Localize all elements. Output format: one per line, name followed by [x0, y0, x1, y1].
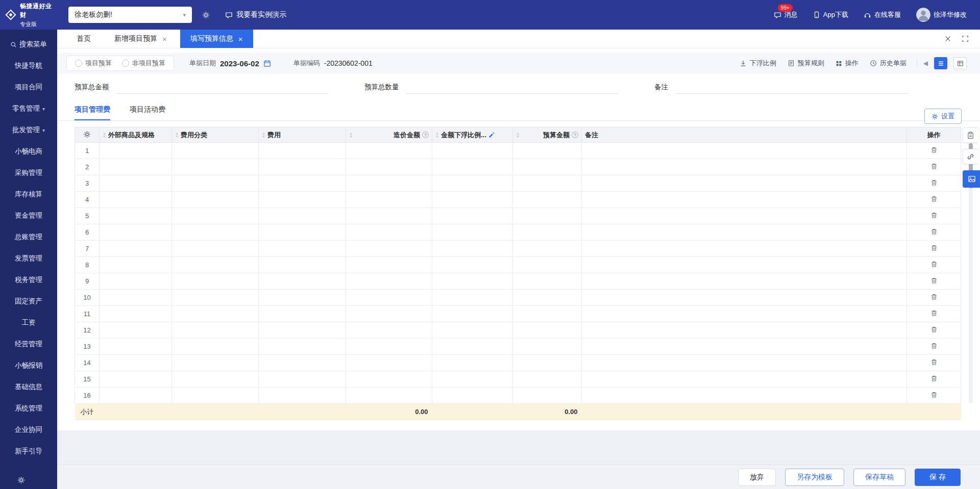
- fullscreen-icon[interactable]: [962, 35, 969, 42]
- grid-cell[interactable]: [259, 273, 346, 290]
- grid-cell[interactable]: [513, 224, 582, 241]
- grid-cell[interactable]: [172, 159, 259, 175]
- sidebar-item-15[interactable]: 小畅报销: [0, 355, 57, 376]
- grid-cell[interactable]: [100, 257, 172, 273]
- grid-cell[interactable]: [513, 192, 582, 208]
- sidebar-item-11[interactable]: 税务管理: [0, 269, 57, 291]
- grid-cell[interactable]: [582, 192, 907, 208]
- grid-cell[interactable]: [172, 224, 259, 241]
- delete-row-icon[interactable]: [930, 212, 938, 219]
- grid-cell[interactable]: [172, 257, 259, 273]
- sidebar-item-17[interactable]: 系统管理: [0, 398, 57, 419]
- grid-cell[interactable]: [259, 175, 346, 192]
- sidebar-item-0[interactable]: 搜索菜单: [0, 34, 57, 55]
- grid-cell[interactable]: [100, 224, 172, 241]
- date-value[interactable]: 2023-06-02: [220, 59, 259, 68]
- grid-cell[interactable]: [100, 355, 172, 371]
- delete-row-icon[interactable]: [930, 277, 938, 284]
- toolbar-action-3[interactable]: 历史单据: [870, 59, 906, 68]
- sidebar-item-1[interactable]: 快捷导航: [0, 55, 57, 76]
- grid-cell[interactable]: [582, 257, 907, 273]
- grid-cell[interactable]: [346, 192, 432, 208]
- grid-cell[interactable]: [172, 339, 259, 355]
- delete-row-icon[interactable]: [930, 310, 938, 317]
- grid-cell[interactable]: [582, 306, 907, 322]
- footer-button-0[interactable]: 放弃: [738, 469, 776, 486]
- grid-cell[interactable]: [346, 208, 432, 224]
- grid-cell[interactable]: [582, 224, 907, 241]
- grid-cell[interactable]: [432, 257, 513, 273]
- sort-icon[interactable]: ▲▼: [349, 132, 353, 138]
- grid-cell[interactable]: [432, 192, 513, 208]
- sidebar-item-7[interactable]: 库存核算: [0, 184, 57, 205]
- code-value[interactable]: -20230602-001: [324, 59, 373, 67]
- info-icon[interactable]: ?: [422, 132, 429, 138]
- grid-cell[interactable]: [582, 355, 907, 371]
- grid-cell[interactable]: [259, 290, 346, 306]
- grid-cell[interactable]: [513, 175, 582, 192]
- sidebar-item-13[interactable]: 工资: [0, 312, 57, 333]
- grid-cell[interactable]: [582, 208, 907, 224]
- grid-cell[interactable]: [432, 306, 513, 322]
- field-input-0[interactable]: [116, 81, 329, 94]
- grid-cell[interactable]: [513, 143, 582, 159]
- delete-row-icon[interactable]: [930, 228, 938, 235]
- grid-cell[interactable]: [100, 339, 172, 355]
- grid-cell[interactable]: [432, 273, 513, 290]
- grid-cell[interactable]: [172, 192, 259, 208]
- grid-cell[interactable]: [432, 371, 513, 388]
- grid-cell[interactable]: [513, 306, 582, 322]
- delete-row-icon[interactable]: [930, 326, 938, 333]
- grid-cell[interactable]: [346, 257, 432, 273]
- grid-cell[interactable]: [100, 159, 172, 175]
- grid-cell[interactable]: [100, 175, 172, 192]
- sidebar-settings-gear-icon[interactable]: [17, 476, 25, 484]
- grid-cell[interactable]: [346, 143, 432, 159]
- grid-cell[interactable]: [172, 208, 259, 224]
- grid-cell[interactable]: [582, 175, 907, 192]
- sort-icon[interactable]: ▲▼: [516, 132, 520, 138]
- footer-button-1[interactable]: 另存为模板: [785, 469, 844, 486]
- grid-cell[interactable]: [432, 143, 513, 159]
- grid-cell[interactable]: [172, 175, 259, 192]
- grid-cell[interactable]: [582, 339, 907, 355]
- delete-row-icon[interactable]: [930, 195, 938, 202]
- grid-cell[interactable]: [513, 290, 582, 306]
- grid-cell[interactable]: [100, 322, 172, 339]
- edit-pencil-icon[interactable]: [488, 132, 495, 138]
- demo-link[interactable]: 我要看实例演示: [225, 10, 286, 19]
- tab-1[interactable]: 新增项目预算×: [104, 30, 177, 48]
- grid-cell[interactable]: [346, 322, 432, 339]
- tab-2[interactable]: 填写预算信息×: [180, 30, 253, 48]
- grid-cell[interactable]: [172, 306, 259, 322]
- grid-cell[interactable]: [582, 159, 907, 175]
- grid-cell[interactable]: [100, 306, 172, 322]
- grid-cell[interactable]: [582, 143, 907, 159]
- sidebar-item-8[interactable]: 资金管理: [0, 205, 57, 226]
- footer-button-3[interactable]: 保 存: [915, 469, 961, 486]
- grid-cell[interactable]: [432, 241, 513, 257]
- organization-selector[interactable]: 徐老板勿删! ▾: [68, 7, 192, 23]
- toolbar-action-2[interactable]: 操作: [836, 59, 859, 68]
- grid-cell[interactable]: [172, 290, 259, 306]
- grid-cell[interactable]: [172, 371, 259, 388]
- sort-icon[interactable]: ▲▼: [435, 132, 439, 138]
- grid-cell[interactable]: [513, 371, 582, 388]
- list-view-toggle[interactable]: [934, 57, 947, 69]
- sidebar-item-14[interactable]: 经营管理: [0, 333, 57, 355]
- grid-cell[interactable]: [346, 175, 432, 192]
- grid-cell[interactable]: [432, 208, 513, 224]
- grid-cell[interactable]: [172, 143, 259, 159]
- field-input-2[interactable]: [675, 81, 909, 94]
- close-tab-icon[interactable]: ×: [238, 35, 243, 43]
- close-tab-icon[interactable]: ×: [162, 35, 167, 43]
- sidebar-item-12[interactable]: 固定资产: [0, 291, 57, 312]
- footer-button-2[interactable]: 保存草稿: [853, 469, 905, 486]
- grid-cell[interactable]: [582, 273, 907, 290]
- grid-cell[interactable]: [346, 339, 432, 355]
- delete-row-icon[interactable]: [930, 146, 938, 153]
- grid-cell[interactable]: [259, 306, 346, 322]
- grid-cell[interactable]: [432, 339, 513, 355]
- sort-icon[interactable]: ▲▼: [103, 132, 106, 138]
- messages-button[interactable]: 99+ 消息: [774, 10, 798, 19]
